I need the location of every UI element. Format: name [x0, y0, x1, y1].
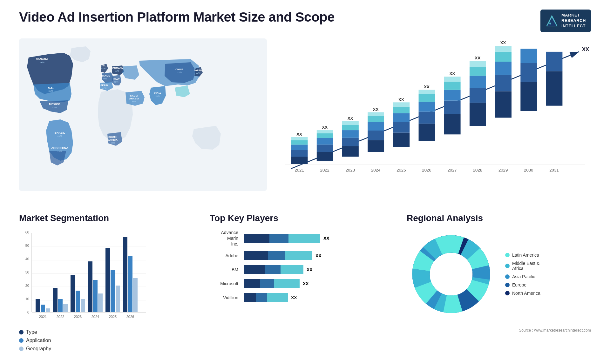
segmentation-chart: 0 10 20 30 40 50 60 2021 2022 2023 2024 … [19, 230, 152, 325]
svg-text:XX: XX [500, 40, 506, 45]
legend-type-label: Type [26, 329, 37, 335]
legend-application-label: Application [26, 338, 51, 343]
svg-rect-104 [520, 49, 537, 63]
players-section: Top Key Players AdvanceMarinInc. XX [197, 213, 394, 359]
logo-text: MARKET RESEARCH INTELLECT [561, 13, 586, 29]
svg-text:xx%: xx% [114, 81, 118, 83]
player-value: XX [303, 281, 309, 286]
svg-text:xx%: xx% [52, 106, 57, 109]
svg-rect-146 [128, 256, 132, 312]
svg-text:2031: 2031 [549, 168, 559, 172]
middle-east-label: Middle East &Africa [512, 261, 539, 271]
svg-rect-103 [520, 63, 537, 81]
svg-rect-71 [393, 102, 410, 106]
bar-segment-dark [244, 279, 260, 288]
bar-segment-light [285, 251, 312, 260]
europe-dot [505, 283, 510, 287]
reg-legend-middle-east: Middle East &Africa [505, 261, 540, 271]
svg-rect-40 [291, 150, 308, 157]
svg-text:xx%: xx% [103, 78, 107, 80]
svg-rect-131 [41, 305, 45, 312]
svg-rect-68 [393, 122, 410, 132]
svg-rect-57 [342, 121, 359, 125]
chart-section: XX XX 2021 XX 2022 [273, 38, 591, 204]
svg-text:2022: 2022 [57, 315, 64, 319]
player-name: IBM [210, 267, 238, 272]
regional-title: Regional Analysis [407, 213, 591, 223]
donut-chart [407, 230, 496, 319]
svg-text:xx%: xx% [39, 61, 44, 64]
svg-rect-134 [58, 299, 63, 312]
svg-text:2024: 2024 [371, 168, 380, 172]
svg-rect-89 [470, 88, 486, 103]
svg-text:2021: 2021 [39, 315, 47, 319]
svg-text:XX: XX [582, 46, 589, 52]
svg-text:CANADA: CANADA [36, 57, 48, 61]
segmentation-section: Market Segmentation 0 10 20 30 40 50 60 [19, 213, 197, 359]
svg-rect-90 [470, 76, 486, 88]
svg-rect-84 [444, 82, 461, 90]
svg-text:2023: 2023 [74, 315, 82, 319]
svg-rect-69 [393, 113, 410, 122]
player-bar-container: XX [244, 251, 322, 260]
svg-rect-83 [444, 90, 461, 100]
svg-rect-140 [93, 280, 98, 312]
legend-geography-label: Geography [26, 346, 51, 352]
svg-rect-74 [419, 124, 435, 141]
svg-text:SPAIN: SPAIN [100, 84, 108, 87]
latin-america-label: Latin America [512, 253, 539, 258]
svg-text:FRANCE: FRANCE [99, 74, 110, 77]
svg-text:2024: 2024 [92, 315, 99, 319]
bar-segment-mid [269, 234, 288, 243]
player-value: XX [315, 253, 322, 258]
player-bar [244, 293, 288, 302]
svg-rect-98 [495, 52, 512, 62]
svg-rect-64 [368, 112, 384, 116]
svg-rect-130 [36, 299, 40, 312]
player-bar [244, 251, 312, 260]
player-name: Microsoft [210, 281, 238, 286]
svg-text:INDIA: INDIA [154, 92, 161, 95]
svg-rect-81 [444, 114, 461, 134]
top-section: CANADA xx% U.S. xx% MEXICO xx% BRAZIL xx… [19, 38, 591, 204]
svg-text:2022: 2022 [320, 168, 329, 172]
bar-segment-dark [244, 293, 256, 302]
bar-segment-light [267, 293, 288, 302]
svg-rect-139 [88, 261, 92, 312]
svg-text:2026: 2026 [126, 315, 134, 319]
svg-text:xx%: xx% [48, 90, 53, 92]
svg-text:2025: 2025 [109, 315, 117, 319]
legend-type: Type [19, 329, 197, 335]
svg-rect-107 [546, 52, 562, 71]
svg-text:50: 50 [25, 244, 29, 247]
page: Video Ad Insertion Platform Market Size … [0, 0, 610, 364]
legend-type-dot [19, 330, 24, 334]
svg-rect-53 [342, 146, 359, 157]
donut-svg [407, 230, 496, 319]
middle-east-dot [505, 264, 510, 268]
svg-text:xx%: xx% [115, 70, 119, 72]
player-value: XX [323, 236, 329, 241]
source-text: Source : www.marketresearchintellect.com [407, 328, 591, 333]
svg-text:ARGENTINA: ARGENTINA [51, 146, 68, 150]
bar-segment-dark [244, 265, 265, 274]
svg-rect-96 [495, 75, 512, 91]
asia-pacific-dot [505, 274, 510, 279]
svg-text:xx%: xx% [111, 142, 115, 144]
bar-segment-light [288, 234, 320, 243]
svg-text:2029: 2029 [498, 168, 508, 172]
growth-chart-svg: XX XX 2021 XX 2022 [273, 38, 591, 191]
bar-segment-mid [268, 251, 285, 260]
svg-rect-145 [123, 237, 127, 312]
player-bar-container: XX [244, 234, 329, 243]
reg-legend-asia-pacific: Asia Pacific [505, 274, 540, 279]
svg-text:ARABIA: ARABIA [129, 97, 139, 100]
svg-text:2025: 2025 [396, 168, 406, 172]
legend-geography-dot [19, 347, 24, 351]
svg-rect-141 [98, 293, 103, 312]
legend-geography: Geography [19, 346, 197, 352]
bar-segment-dark [244, 251, 268, 260]
bar-segment-mid [265, 265, 281, 274]
svg-rect-62 [368, 122, 384, 130]
svg-rect-50 [317, 130, 333, 133]
